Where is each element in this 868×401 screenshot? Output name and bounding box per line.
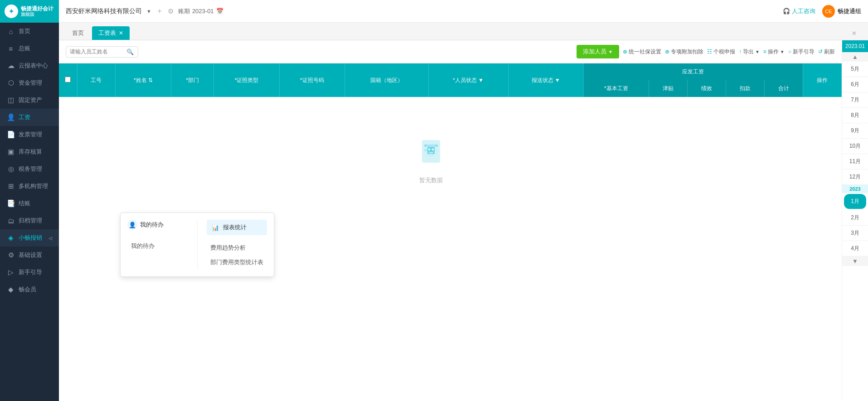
operate-action[interactable]: ≡ 操作 ▼ [763,48,785,56]
search-input[interactable] [70,48,124,55]
month-item-4[interactable]: 4月 [842,241,868,256]
month-item-11[interactable]: 11月 [842,154,868,169]
month-next-nav[interactable]: ▼ [842,256,868,266]
sidebar-item-multi[interactable]: ⊞ 多机构管理 [0,178,59,195]
sidebar-item-label: 云报表中心 [19,62,48,70]
service-button[interactable]: 🎧 人工咨询 [783,7,815,15]
col-country: 国籍（地区） [345,63,428,97]
export-arrow: ▼ [755,49,760,54]
collapse-icon: ◁ [48,236,52,241]
table-body: 暂无数据 [59,97,842,221]
guide-action[interactable]: ○ 新手引导 [788,48,815,56]
col-status[interactable]: *人员状态 ▼ [428,63,508,97]
month-prev-nav[interactable]: ▲ [842,52,868,62]
operate-arrow: ▼ [780,49,785,54]
popup-menu: 👤 我的待办 我的待办 📊 报表统计 费用趋势分析 部门费用类型统计表 [120,213,274,277]
sidebar-item-tax[interactable]: ◎ 税务管理 [0,160,59,178]
select-all-checkbox[interactable] [65,77,71,82]
sidebar-item-invoice[interactable]: 📄 发票管理 [0,126,59,143]
topbar: 西安虾米网络科技有限公司 ▼ ＋ ⚙ 账期 2023-01 📅 🎧 人工咨询 C… [59,0,868,23]
fund-icon: ⬡ [7,79,15,87]
sidebar-item-ledger[interactable]: ≡ 总账 [0,40,59,57]
month-item-7[interactable]: 7月 [842,92,868,108]
svg-point-5 [428,149,430,150]
month-item-5[interactable]: 5月 [842,62,868,77]
tax-action[interactable]: ☷ 个税申报 [707,48,735,56]
dropdown-arrow-icon: ▼ [608,49,613,54]
col-dept: *部门 [171,63,214,97]
sidebar-item-expense[interactable]: ◈ 小畅报销 ◁ [0,229,59,246]
col-bonus: 绩效 [688,80,726,97]
company-dropdown-icon[interactable]: ▼ [146,9,151,14]
col-deduct: 扣款 [726,80,765,97]
sidebar-item-member[interactable]: ◆ 畅会员 [0,281,59,298]
toolbar-right: 添加人员 ▼ ⊕ 统一社保设置 ⊕ 专项附加扣除 ☷ 个税申报 [577,45,835,58]
inventory-icon: ▣ [7,148,15,156]
col-base: *基本工资 [583,80,649,97]
sidebar-item-inventory[interactable]: ▣ 库存核算 [0,143,59,160]
sidebar-item-salary[interactable]: 👤 工资 [0,109,59,126]
social-icon: ⊕ [623,48,627,55]
tab-home[interactable]: 首页 [66,26,90,40]
col-checkbox[interactable] [59,63,77,97]
refresh-action[interactable]: ↺ 刷新 [818,48,835,56]
export-action[interactable]: ↑ 导出 ▼ [739,48,760,56]
col-id-no: *证照号码 [279,63,344,97]
home-icon: ⌂ [7,28,15,35]
multi-icon: ⊞ [7,182,15,190]
popup-cost-trend[interactable]: 费用趋势分析 [207,241,267,255]
month-item-1[interactable]: 1月 [844,194,866,209]
month-item-6[interactable]: 6月 [842,77,868,92]
sidebar-item-label: 首页 [19,27,30,35]
tabbar: 首页 工资表 ✕ ✕ [59,23,868,40]
company-name[interactable]: 西安虾米网络科技有限公司 [66,7,142,15]
col-send-status[interactable]: 报送状态 ▼ [508,63,583,97]
search-icon[interactable]: 🔍 [126,48,134,55]
close-panel-icon[interactable]: ✕ [847,28,861,39]
search-box[interactable]: 🔍 [66,46,138,58]
assets-icon: ◫ [7,96,15,104]
month-item-10[interactable]: 10月 [842,139,868,154]
month-item-3[interactable]: 3月 [842,226,868,241]
sidebar-item-label: 工资 [19,113,30,121]
empty-state: 暂无数据 [59,97,803,221]
sidebar-item-archive[interactable]: 🗂 归档管理 [0,212,59,229]
svg-point-6 [432,149,434,150]
sidebar-item-label: 资金管理 [19,79,42,87]
sidebar-item-cloud[interactable]: ☁ 云报表中心 [0,57,59,74]
empty-text: 暂无数据 [419,176,443,184]
month-item-12[interactable]: 12月 [842,169,868,185]
sidebar-item-assets[interactable]: ◫ 固定资产 [0,92,59,109]
social-action[interactable]: ⊕ 统一社保设置 [623,48,661,56]
col-name[interactable]: *姓名 ⇅ [116,63,171,97]
tab-salary[interactable]: 工资表 ✕ [92,26,130,40]
sidebar-item-guide[interactable]: ▷ 新手引导 [0,264,59,281]
popup-dept-cost[interactable]: 部门费用类型统计表 [207,255,267,270]
month-item-9[interactable]: 9月 [842,123,868,139]
col-total: 合计 [764,80,803,97]
logo-icon: ✦ [5,5,18,18]
add-person-button[interactable]: 添加人员 ▼ [577,45,619,58]
basic-icon: ⚙ [7,251,15,259]
sidebar-item-fund[interactable]: ⬡ 资金管理 [0,74,59,92]
popup-my-todo[interactable]: 我的待办 [127,239,188,253]
toolbar: 🔍 添加人员 ▼ ⊕ 统一社保设置 ⊕ 专项附加扣除 [59,40,842,63]
popup-col-todo: 👤 我的待办 我的待办 [127,220,188,270]
sidebar-item-home[interactable]: ⌂ 首页 [0,23,59,40]
col-subsidy: 津贴 [649,80,688,97]
popup-report-title: 📊 报表统计 [207,220,267,235]
year-label: 2023 [842,185,868,193]
tax-icon: ◎ [7,165,15,173]
calendar-icon[interactable]: 📅 [216,8,223,14]
sidebar-item-close[interactable]: 📑 结账 [0,195,59,212]
add-company-icon[interactable]: ＋ [156,6,163,16]
sidebar-item-basic[interactable]: ⚙ 基础设置 [0,246,59,264]
month-item-2[interactable]: 2月 [842,210,868,226]
user-menu[interactable]: CE 畅捷通组 [822,5,861,18]
sidebar-item-label: 总账 [19,44,30,53]
deduct-action[interactable]: ⊕ 专项附加扣除 [665,48,703,56]
popup-col-report: 📊 报表统计 费用趋势分析 部门费用类型统计表 [207,220,267,270]
month-item-8[interactable]: 8月 [842,108,868,123]
settings-icon[interactable]: ⚙ [168,7,174,15]
tab-close-icon[interactable]: ✕ [119,30,123,36]
